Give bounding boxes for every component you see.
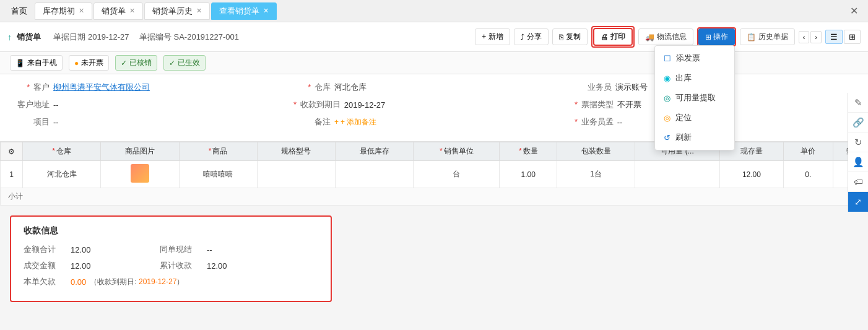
copy-button[interactable]: ⎘ 复制: [552, 28, 588, 45]
address-label: 客户地址: [12, 99, 50, 110]
tab-view-sales[interactable]: 查看销货单 ✕: [211, 2, 277, 20]
available-qty-item[interactable]: ◎ 可用量提取: [655, 88, 734, 108]
history-button[interactable]: 📋 历史单据: [740, 28, 795, 45]
warehouse-out-item[interactable]: ◉ 出库: [655, 68, 734, 88]
ticket-type-value: 不开票: [617, 99, 641, 110]
right-sidebar: ✎ 🔗 ↻ 👤 🏷 ⤢: [848, 93, 868, 212]
payment-date-value: 2019-12-27: [344, 100, 386, 110]
warehouse-header: *仓库: [23, 142, 101, 161]
required-star: *: [575, 117, 578, 126]
quantity-header: *数量: [500, 142, 557, 161]
row-quantity: 1.00: [500, 161, 557, 188]
min-stock-header: 最低库存: [336, 142, 414, 161]
package-qty-header: 包装数量: [557, 142, 635, 161]
payment-row-3: 本单欠款 0.00 （收款到期日: 2019-12-27）: [24, 276, 318, 287]
address-value: --: [53, 100, 59, 110]
product-header: *商品: [179, 142, 257, 161]
salesperson-value: 演示账号: [615, 82, 648, 93]
locate-item[interactable]: ◎ 定位: [655, 108, 734, 128]
window-close-button[interactable]: ✕: [845, 5, 863, 17]
operations-button[interactable]: ⊞ 操作: [698, 28, 735, 45]
product-img-header: 商品图片: [101, 142, 179, 161]
available-icon: ◎: [664, 93, 671, 103]
payment-section: 收款信息 金额合计 12.00 同单现结 -- 成交金额 12.00: [0, 206, 868, 315]
confirmed-badge: ✓ 已核销: [115, 55, 157, 71]
outstanding-date: 2019-12-27: [139, 277, 176, 286]
row-sales-unit: 台: [414, 161, 500, 188]
sidebar-user-icon[interactable]: 👤: [848, 152, 868, 172]
refresh-item[interactable]: ↺ 刷新: [655, 128, 734, 147]
invoice-icon: ☐: [664, 54, 671, 63]
check-icon: ✓: [121, 59, 127, 67]
same-order-field: 同单现结 --: [160, 244, 296, 255]
sidebar-refresh-icon[interactable]: ↻: [848, 132, 868, 152]
total-amount-field: 金额合计 12.00: [24, 244, 160, 255]
view-toggle: ☰ ⊞: [825, 30, 861, 44]
close-icon[interactable]: ✕: [129, 7, 135, 15]
required-star: *: [575, 100, 578, 109]
not-open-button[interactable]: ● 未开票: [69, 55, 109, 71]
from-phone-button[interactable]: 📱 来自手机: [10, 55, 63, 71]
tab-label: 销货单历史: [152, 6, 193, 17]
add-button[interactable]: + 新增: [475, 28, 510, 45]
tab-bar: 首页 库存期初 ✕ 销货单 ✕ 销货单历史 ✕ 查看销货单 ✕ ✕: [0, 0, 868, 22]
print-highlight: 🖨 打印: [591, 26, 635, 48]
date-label: 单据日期 2019-12-27: [53, 32, 129, 43]
close-icon[interactable]: ✕: [196, 7, 202, 15]
close-icon[interactable]: ✕: [263, 7, 269, 15]
print-icon: 🖨: [601, 33, 608, 41]
sidebar-link-icon[interactable]: 🔗: [848, 113, 868, 132]
refresh-icon: ↺: [664, 133, 671, 142]
tab-sales-order[interactable]: 销货单 ✕: [93, 2, 143, 20]
subtotal-row: 小计: [1, 188, 868, 206]
doc-number: 单据编号 SA-20191227-001: [139, 32, 240, 43]
logistics-button[interactable]: 🚚 物流信息: [638, 28, 693, 45]
customer-value[interactable]: 柳州粤港平安气体有限公司: [53, 82, 150, 93]
tab-sales-history[interactable]: 销货单历史 ✕: [144, 2, 210, 20]
close-icon[interactable]: ✕: [79, 7, 84, 15]
prev-button[interactable]: ‹: [799, 31, 810, 43]
print-button[interactable]: 🖨 打印: [593, 28, 633, 46]
same-order-value: --: [207, 245, 212, 254]
doc-title-area: ↑ 销货单 单据日期 2019-12-27 单据编号 SA-20191227-0…: [7, 32, 239, 43]
check-icon: ✓: [169, 59, 175, 67]
unit-price-header: 单价: [783, 142, 833, 161]
phone-icon: 📱: [15, 59, 25, 67]
tab-label: 查看销货单: [219, 6, 259, 17]
grid-icon: ⊞: [705, 33, 711, 41]
locate-icon: ◎: [664, 113, 671, 123]
customer-label: * 客户: [12, 82, 50, 93]
add-invoice-item[interactable]: ☐ 添发票: [655, 48, 734, 68]
tab-home[interactable]: 首页: [5, 6, 33, 17]
sidebar-edit-icon[interactable]: ✎: [848, 93, 868, 113]
table-row: 1 河北仓库 嘻嘻嘻嘻 台 1.00 1台 12.00 0.: [1, 161, 868, 188]
items-table: ⚙ *仓库 商品图片 *商品 规格型号 最低库存 *销售单位 *数量 包装数量 …: [0, 142, 868, 206]
row-product: 嘻嘻嘻嘻: [179, 161, 257, 188]
doc-meta: 单据日期 2019-12-27 单据编号 SA-20191227-001: [53, 32, 239, 43]
tab-label: 库存期初: [43, 6, 75, 17]
share-button[interactable]: ⤴ 分享: [514, 28, 549, 45]
ticket-type-label: * 票据类型: [575, 99, 614, 110]
total-amount-value: 12.00: [71, 245, 91, 254]
table-header-row: ⚙ *仓库 商品图片 *商品 规格型号 最低库存 *销售单位 *数量 包装数量 …: [1, 142, 868, 161]
required-star: *: [27, 82, 30, 92]
tab-inventory-init[interactable]: 库存期初 ✕: [35, 2, 92, 20]
project-field: 项目 --: [12, 116, 293, 128]
sidebar-expand-icon[interactable]: ⤢: [848, 192, 868, 212]
truck-icon: 🚚: [645, 33, 654, 41]
toolbar-actions: + 新增 ⤴ 分享 ⎘ 复制 🖨 打印 🚚 物流信息: [475, 26, 861, 48]
main-content: ↑ 销货单 单据日期 2019-12-27 单据编号 SA-20191227-0…: [0, 22, 868, 315]
note-label: 备注: [293, 116, 331, 128]
row-stock: 12.00: [719, 161, 783, 188]
plus-icon: +: [334, 118, 339, 126]
warehouse-label: * 仓库: [293, 82, 331, 93]
grid-view-button[interactable]: ⊞: [844, 30, 861, 44]
sidebar-tag-icon[interactable]: 🏷: [848, 172, 868, 192]
row-available: [635, 161, 720, 188]
warehouse-icon: ◉: [664, 74, 671, 83]
next-button[interactable]: ›: [810, 31, 822, 43]
payment-info-box: 收款信息 金额合计 12.00 同单现结 -- 成交金额 12.00: [10, 215, 332, 302]
list-view-button[interactable]: ☰: [825, 30, 843, 44]
address-field: 客户地址 --: [12, 99, 293, 110]
add-note-button[interactable]: + + 添加备注: [334, 117, 376, 128]
